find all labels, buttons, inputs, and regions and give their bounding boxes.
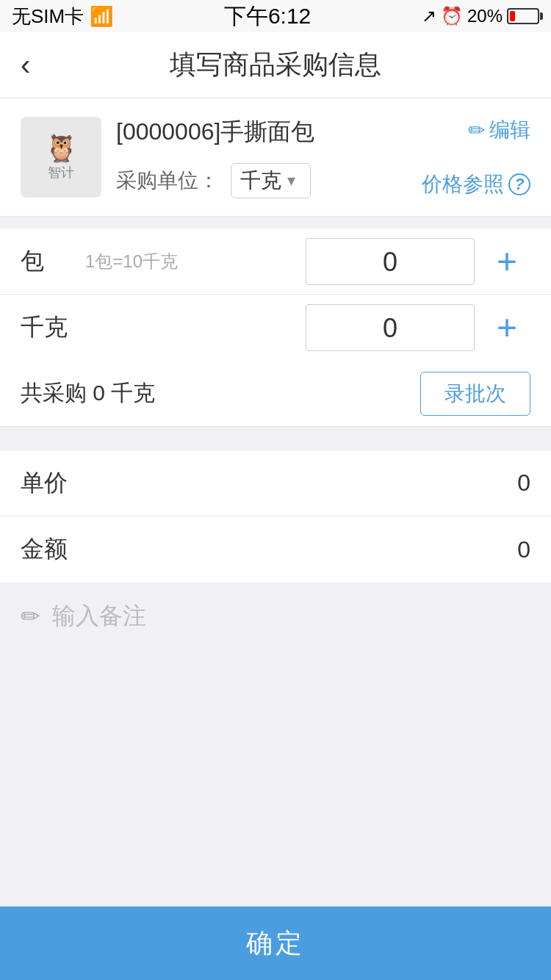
kg-label: 千克: [21, 311, 79, 344]
total-label: 共采购 0 千克: [21, 378, 155, 408]
unit-label: 采购单位：: [116, 167, 219, 195]
confirm-button[interactable]: 确定: [0, 907, 551, 980]
status-left: 无SIM卡 📶: [12, 4, 113, 29]
bag-row: 包 1包=10千克 0 +: [0, 228, 551, 295]
form-section: 包 1包=10千克 0 + 千克 0 +: [0, 228, 551, 361]
amount-label: 金额: [21, 533, 68, 566]
nav-bar: ‹ 填写商品采购信息: [0, 32, 551, 98]
location-icon: ↗: [422, 6, 436, 26]
amount-value: 0: [517, 536, 530, 563]
edit-icon: ✏: [468, 118, 485, 143]
section-separator-1: [0, 217, 551, 228]
bag-label: 包: [21, 245, 79, 278]
bag-sub-label: 1包=10千克: [85, 250, 178, 273]
kg-input-wrap: 0 +: [79, 304, 530, 351]
page-title: 填写商品采购信息: [170, 47, 381, 83]
back-button[interactable]: ‹: [21, 48, 30, 82]
kg-plus-button[interactable]: +: [483, 304, 530, 351]
product-card: 🦉 智计 [0000006]手撕面包 采购单位： 千克 ▾ ✏ 编辑 价格参照 …: [0, 98, 551, 217]
carrier-label: 无SIM卡: [12, 4, 84, 29]
pencil-icon: ✏: [21, 602, 40, 630]
note-section[interactable]: ✏ 输入备注: [0, 583, 551, 650]
price-ref-label: 价格参照: [422, 170, 504, 198]
product-brand: 智计: [48, 164, 74, 181]
unit-select[interactable]: 千克 ▾: [231, 163, 311, 198]
unit-price-row: 单价 0: [0, 450, 551, 516]
bag-input-wrap: 0 +: [178, 238, 530, 285]
battery-percent: 20%: [467, 6, 503, 26]
status-right: ↗ ⏰ 20%: [422, 6, 539, 26]
price-ref-button[interactable]: 价格参照 ?: [422, 170, 530, 198]
unit-price-value: 0: [517, 469, 530, 497]
total-row: 共采购 0 千克 录批次: [0, 361, 551, 427]
kg-row: 千克 0 +: [0, 295, 551, 361]
note-placeholder[interactable]: 输入备注: [52, 600, 146, 633]
product-image: 🦉 智计: [21, 117, 101, 198]
bag-plus-button[interactable]: +: [483, 238, 530, 285]
wifi-icon: 📶: [90, 5, 113, 28]
section-separator-2: [0, 427, 551, 439]
chevron-down-icon: ▾: [287, 171, 295, 190]
alarm-icon: ⏰: [441, 6, 463, 26]
unit-value: 千克: [240, 167, 281, 195]
summary-section: 单价 0 金额 0: [0, 450, 551, 583]
unit-price-label: 单价: [21, 467, 68, 500]
info-icon: ?: [508, 173, 530, 195]
bag-value[interactable]: 0: [306, 238, 475, 285]
status-time: 下午6:12: [224, 1, 311, 32]
amount-row: 金额 0: [0, 516, 551, 583]
edit-button[interactable]: ✏ 编辑: [468, 116, 530, 144]
content-area: [0, 650, 551, 900]
kg-value[interactable]: 0: [306, 304, 475, 351]
status-bar: 无SIM卡 📶 下午6:12 ↗ ⏰ 20%: [0, 0, 551, 32]
record-batch-button[interactable]: 录批次: [420, 372, 530, 416]
battery-icon: [507, 8, 539, 24]
product-logo: 🦉: [45, 133, 78, 164]
edit-label: 编辑: [489, 116, 530, 144]
